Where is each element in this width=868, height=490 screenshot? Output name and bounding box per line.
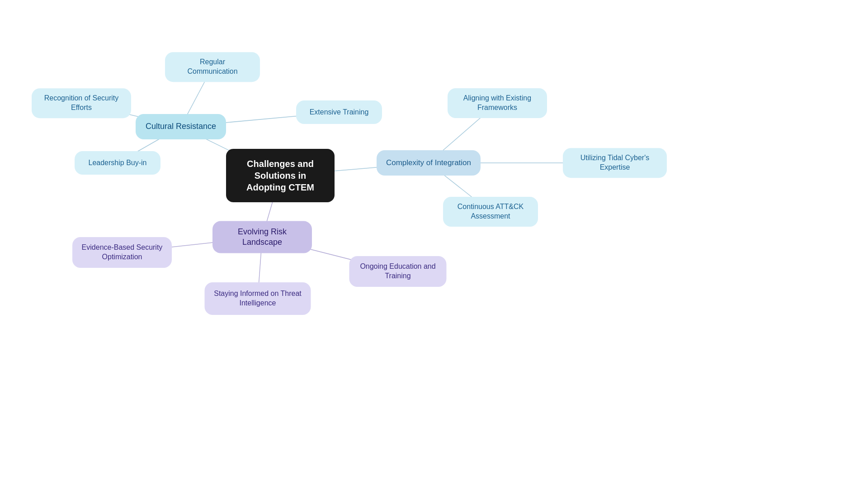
complexity-integration-node: Complexity of Integration	[377, 150, 481, 176]
evidence-based-node: Evidence-Based Security Optimization	[72, 237, 172, 268]
extensive-training-node: Extensive Training	[296, 100, 382, 124]
tidal-cyber-node: Utilizing Tidal Cyber's Expertise	[563, 148, 667, 178]
center-node: Challenges and Solutions in Adopting CTE…	[226, 149, 335, 202]
evolving-risk-node: Evolving Risk Landscape	[212, 221, 312, 253]
regular-communication-node: Regular Communication	[165, 52, 260, 82]
mindmap-container: Challenges and Solutions in Adopting CTE…	[0, 0, 868, 490]
center-label: Challenges and Solutions in Adopting CTE…	[237, 158, 324, 193]
staying-informed-node: Staying Informed on Threat Intelligence	[205, 282, 311, 315]
cultural-resistance-node: Cultural Resistance	[136, 114, 226, 139]
leadership-buyin-node: Leadership Buy-in	[75, 151, 160, 175]
aligning-frameworks-node: Aligning with Existing Frameworks	[448, 88, 547, 118]
attck-assessment-node: Continuous ATT&CK Assessment	[443, 197, 538, 227]
recognition-security-node: Recognition of Security Efforts	[32, 88, 131, 118]
ongoing-education-node: Ongoing Education and Training	[349, 256, 447, 287]
